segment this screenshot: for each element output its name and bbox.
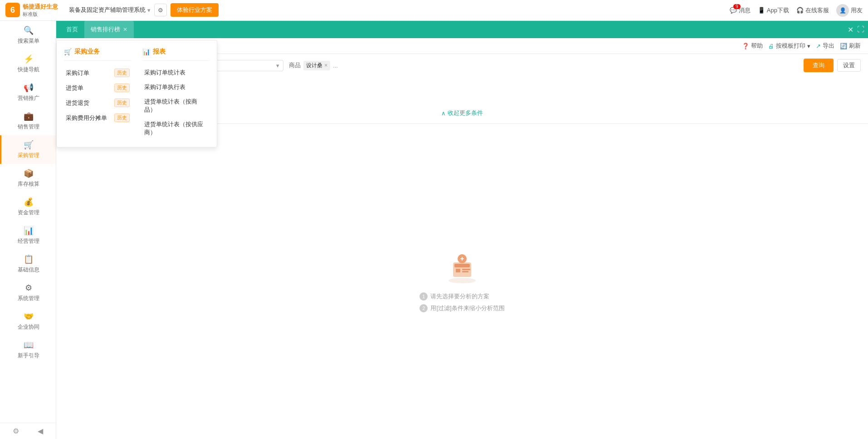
export-label: 导出	[823, 42, 834, 50]
system-icon: ⚙	[25, 283, 32, 293]
svg-rect-6	[456, 269, 460, 272]
report-menu-section: 📊 报表 采购订单统计表 采购订单执行表 进货单统计表（按商品） 进货单统计表（…	[142, 48, 210, 140]
sidebar-item-purchase[interactable]: 🛒 采购管理	[0, 135, 56, 164]
sidebar-item-finance[interactable]: 💰 资金管理	[0, 192, 56, 221]
logo-icon: 6	[5, 3, 20, 17]
sidebar-settings-button[interactable]: ⚙	[13, 427, 19, 435]
sidebar-label-enterprise: 企业协同	[18, 323, 39, 331]
menu-item-goods-stats-by-supplier[interactable]: 进货单统计表（按供应商）	[142, 117, 210, 140]
refresh-icon: 🔄	[840, 43, 847, 49]
empty-hints: 1 请先选择要分析的方案 2 用[过滤]条件来缩小分析范围	[419, 291, 504, 314]
purchase-order-exec-label: 采购订单执行表	[144, 83, 185, 91]
sidebar-item-system[interactable]: ⚙ 系统管理	[0, 278, 56, 307]
goods-stats-by-item-label: 进货单统计表（按商品）	[144, 98, 208, 114]
svg-rect-7	[462, 269, 470, 270]
marketing-icon: 📢	[24, 83, 34, 93]
sidebar-item-quick-nav[interactable]: ⚡ 快捷导航	[0, 49, 56, 78]
finance-icon: 💰	[24, 197, 34, 207]
export-button[interactable]: ↗ 导出	[816, 42, 834, 50]
message-icon-wrapper: 💬 9	[730, 7, 737, 14]
online-service-button[interactable]: 🎧 在线客服	[796, 6, 829, 15]
sidebar-label-basic-info: 基础信息	[18, 266, 39, 274]
goods-tag-close-icon[interactable]: ×	[324, 62, 327, 69]
menu-item-purchase-order[interactable]: 采购订单 历史	[64, 65, 132, 80]
sidebar-label-search: 搜索菜单	[18, 37, 39, 45]
tab-close-icon[interactable]: ✕	[123, 26, 127, 33]
sidebar-item-guide[interactable]: 📖 新手引导	[0, 335, 56, 364]
purchase-section-title: 🛒 采购业务	[64, 48, 132, 61]
refresh-button[interactable]: 🔄 刷新	[840, 42, 861, 50]
sidebar-item-search[interactable]: 🔍 搜索菜单	[0, 21, 56, 49]
empty-illustration	[439, 249, 485, 285]
tab-expand-button[interactable]: ⛶	[857, 25, 864, 34]
purchase-section-label: 采购业务	[74, 48, 100, 56]
sidebar-item-operations[interactable]: 📊 经营管理	[0, 221, 56, 250]
sidebar-item-basic-info[interactable]: 📋 基础信息	[0, 250, 56, 278]
hint-num-2: 2	[419, 304, 428, 312]
print-arrow-icon: ▾	[807, 43, 810, 49]
menu-item-purchase-order-stats[interactable]: 采购订单统计表	[142, 65, 210, 80]
print-button[interactable]: 🖨 按模板打印 ▾	[768, 42, 810, 50]
app-download-button[interactable]: 📱 App下载	[758, 6, 789, 15]
report-section-icon: 📊	[142, 48, 150, 55]
top-bar-left: 6 畅捷通好生意 标准版 装备及固定资产辅助管理系统 ▾ ⚙ 体验行业方案	[5, 3, 730, 18]
message-button[interactable]: 💬 9 消息	[730, 6, 751, 15]
collapse-label: 收起更多条件	[448, 109, 483, 117]
sidebar-item-enterprise[interactable]: 🤝 企业协同	[0, 307, 56, 335]
top-bar: 6 畅捷通好生意 标准版 装备及固定资产辅助管理系统 ▾ ⚙ 体验行业方案	[0, 0, 868, 21]
logo-line2: 标准版	[23, 11, 58, 18]
help-button[interactable]: ❓ 帮助	[742, 42, 763, 50]
sidebar-item-inventory[interactable]: 📦 库存核算	[0, 164, 56, 192]
title-arrow-icon: ▾	[147, 7, 151, 14]
guide-icon: 📖	[24, 340, 34, 350]
goods-label: 商品	[289, 61, 301, 69]
goods-return-history-badge: 历史	[114, 99, 130, 107]
phone-icon: 📱	[758, 7, 765, 14]
sidebar-item-sales[interactable]: 💼 销售管理	[0, 107, 56, 135]
query-actions: 查询 设置	[804, 59, 861, 72]
sidebar-label-inventory: 库存核算	[18, 180, 39, 188]
tab-bar-actions: ✕ ⛶	[848, 25, 864, 34]
doc-status-control[interactable]: ▾	[211, 60, 283, 71]
tab-bar: 首页 销售排行榜 ✕ ✕ ⛶	[56, 21, 868, 38]
headset-icon: 🎧	[796, 7, 804, 14]
sidebar-label-system: 系统管理	[18, 295, 39, 302]
menu-item-goods-return[interactable]: 进货退货 历史	[64, 95, 132, 110]
settings-icon-button[interactable]: ⚙	[154, 4, 167, 16]
report-section-label: 报表	[153, 48, 166, 56]
system-title-dropdown[interactable]: 装备及固定资产辅助管理系统 ▾	[69, 6, 151, 14]
goods-stats-by-supplier-label: 进货单统计表（按供应商）	[144, 120, 208, 137]
export-icon: ↗	[816, 43, 821, 49]
hint-text-1: 请先选择要分析的方案	[430, 291, 489, 302]
sidebar-bottom: ⚙ ◀	[0, 423, 56, 439]
goods-receipt-label: 进货单	[66, 84, 83, 92]
logo-text: 畅捷通好生意 标准版	[23, 3, 58, 18]
menu-item-goods-stats-by-item[interactable]: 进货单统计表（按商品）	[142, 94, 210, 117]
enterprise-icon: 🤝	[24, 311, 34, 321]
industry-button[interactable]: 体验行业方案	[171, 3, 219, 17]
logo-line1: 畅捷通好生意	[23, 3, 58, 11]
purchase-icon: 🛒	[24, 140, 34, 150]
menu-item-goods-receipt[interactable]: 进货单 历史	[64, 80, 132, 95]
query-button[interactable]: 查询	[804, 59, 834, 72]
goods-dots[interactable]: ...	[333, 62, 338, 69]
tab-home[interactable]: 首页	[60, 21, 84, 38]
collapse-button[interactable]: ∧ 收起更多条件	[441, 107, 483, 119]
refresh-label: 刷新	[849, 42, 861, 50]
sidebar-item-marketing[interactable]: 📢 营销推广	[0, 78, 56, 107]
basic-info-icon: 📋	[24, 254, 34, 264]
app-download-label: App下载	[767, 6, 789, 15]
inventory-icon: 📦	[24, 168, 34, 178]
tab-sales-rank[interactable]: 销售排行榜 ✕	[84, 21, 134, 38]
sidebar-collapse-button[interactable]: ◀	[38, 427, 43, 435]
menu-item-purchase-expense[interactable]: 采购费用分摊单 历史	[64, 110, 132, 125]
tab-close-all-button[interactable]: ✕	[848, 25, 853, 34]
logo-area: 6 畅捷通好生意 标准版	[5, 3, 58, 18]
menu-item-purchase-order-exec[interactable]: 采购订单执行表	[142, 80, 210, 94]
avatar: 👤	[836, 4, 849, 17]
message-badge: 9	[733, 4, 741, 9]
sidebar-label-purchase: 采购管理	[18, 152, 39, 159]
system-title: 装备及固定资产辅助管理系统	[69, 6, 146, 14]
user-menu[interactable]: 👤 用友	[836, 4, 863, 17]
column-settings-button[interactable]: 设置	[837, 59, 861, 72]
